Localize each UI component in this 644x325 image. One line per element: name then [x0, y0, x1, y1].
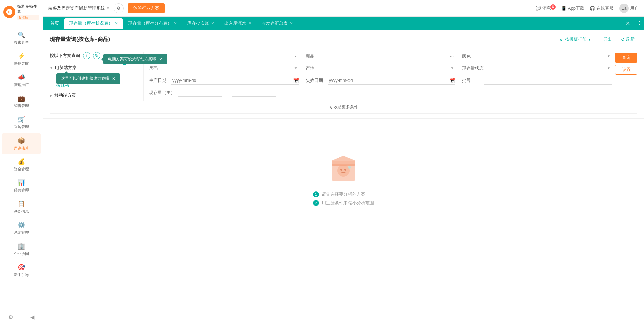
dropdown-arrow-icon: ▼	[106, 6, 110, 10]
scheme-group-desktop-label: 电脑端方案	[55, 65, 77, 71]
tab-summary[interactable]: 收发存汇总表 ✕	[257, 18, 298, 29]
stock-status-label: 现存量状态	[462, 65, 484, 71]
tab-home[interactable]: 首页	[46, 18, 64, 29]
search-buttons: 查询 设置	[615, 52, 637, 75]
edit-popup-text: 这里可以创建和修改方案哦	[61, 76, 109, 82]
warehouse-input[interactable]	[171, 52, 292, 60]
size-select[interactable]	[171, 64, 299, 72]
app-download-action[interactable]: 📱 App下载	[561, 5, 584, 11]
sidebar-item-guide[interactable]: 🎯 新手引导	[2, 260, 41, 281]
sidebar-item-enterprise[interactable]: 🏢 企业协同	[2, 239, 41, 260]
operations-icon: 📊	[18, 179, 25, 186]
settings-bottom-btn[interactable]: ⚙	[6, 312, 15, 322]
message-action[interactable]: 💬 消息 6	[536, 5, 556, 11]
batch-input[interactable]	[484, 76, 612, 85]
tab-inventory-dist-close[interactable]: ✕	[174, 21, 177, 26]
group-arrow-icon: ▼	[50, 66, 53, 70]
tab-home-label: 首页	[50, 20, 59, 26]
empty-illustration	[323, 146, 364, 186]
color-field: 颜色 ▼	[462, 52, 612, 60]
online-service-action[interactable]: 🎧 在线客服	[590, 5, 614, 11]
system-title-dropdown[interactable]: 装备及固定资产辅助管理系统 ▼	[48, 5, 110, 11]
warehouse-select-container: ···	[171, 52, 299, 60]
expire-date-input[interactable]	[328, 76, 450, 84]
stock-main-to-input[interactable]	[232, 89, 277, 97]
filter-refresh-btn[interactable]: ↻	[93, 52, 100, 59]
produce-date-input[interactable]	[171, 76, 293, 84]
user-action[interactable]: Ea 用户	[619, 4, 639, 13]
base-icon: 📋	[18, 200, 25, 208]
tab-inout-close[interactable]: ✕	[248, 21, 252, 26]
sidebar-item-label-guide: 新手引导	[14, 272, 29, 277]
step-2-text: 用过滤条件来缩小分析范围	[322, 200, 374, 206]
message-badge: 6	[550, 4, 556, 10]
svg-marker-2	[332, 156, 355, 161]
stock-main-from-input[interactable]	[178, 89, 222, 97]
origin-label: 产地	[306, 65, 326, 71]
tab-fullscreen-btn[interactable]: ⛶	[633, 19, 641, 28]
size-field: 尺码 ▼	[149, 64, 299, 72]
sidebar-item-purchase[interactable]: 🛒 采购管理	[2, 112, 41, 133]
warehouse-more-btn[interactable]: ···	[292, 53, 299, 59]
sidebar-item-sales[interactable]: 💼 销售管理	[2, 91, 41, 112]
sidebar-item-base[interactable]: 📋 基础信息	[2, 197, 41, 217]
sidebar-item-inventory[interactable]: 📦 库存核算	[2, 133, 41, 154]
produce-date-calendar-icon[interactable]: 📅	[293, 78, 299, 83]
scheme-group-mobile-header[interactable]: ▶ 移动端方案	[50, 91, 139, 100]
empty-step-1: 1 请先选择要分析的方案	[313, 191, 374, 197]
sidebar-item-label-finance: 资金管理	[14, 167, 29, 172]
sidebar-item-label-search: 搜索菜单	[14, 40, 29, 45]
finance-icon: 💰	[18, 158, 25, 165]
search-btn[interactable]: 查询	[615, 53, 637, 63]
tab-summary-close[interactable]: ✕	[290, 21, 293, 26]
tab-close-all-btn[interactable]: ✕	[624, 19, 631, 28]
print-label: 按模板打印	[565, 36, 587, 42]
settings-gear-btn[interactable]: ⚙	[114, 3, 124, 13]
sidebar-item-search[interactable]: 🔍 搜索菜单	[2, 28, 41, 48]
expire-date-calendar-icon[interactable]: 📅	[449, 78, 455, 83]
color-select[interactable]	[484, 52, 612, 60]
tab-inventory-dist[interactable]: 现存量（库存分布表） ✕	[123, 18, 182, 29]
header-left: 装备及固定资产辅助管理系统 ▼ ⚙ 体验行业方案	[48, 3, 165, 13]
edit-popup: 这里可以创建和修改方案哦 ✕	[56, 73, 120, 84]
stock-status-select-container: ▼	[486, 64, 612, 72]
reset-btn[interactable]: 设置	[615, 65, 637, 75]
goods-select-container: ···	[328, 52, 455, 60]
produce-date-label: 生产日期	[149, 77, 169, 84]
tab-inventory-status-close[interactable]: ✕	[115, 21, 118, 26]
goods-input[interactable]	[328, 52, 449, 60]
edit-popup-close[interactable]: ✕	[112, 76, 115, 81]
tab-batch-close[interactable]: ✕	[211, 21, 214, 26]
refresh-btn[interactable]: ↺ 刷新	[618, 35, 637, 44]
logo-badge: 标准版	[17, 15, 39, 20]
origin-select[interactable]	[328, 64, 455, 72]
filter-section: 电脑方案可设为移动方案哦 ✕ 这里可以创建和修改方案哦 ✕ 按以下方案查询 +	[43, 47, 644, 119]
sidebar-item-system[interactable]: ⚙️ 系统管理	[2, 218, 41, 238]
expire-date-label: 失效日期	[306, 77, 326, 84]
collapse-section: ∧ 收起更多条件	[50, 101, 637, 114]
sidebar-item-label-nav: 快捷导航	[14, 61, 29, 66]
sidebar-item-marketing[interactable]: 📣 营销推广	[2, 70, 41, 91]
sidebar-item-label-marketing: 营销推广	[14, 82, 29, 87]
export-btn[interactable]: ↑ 导出	[597, 35, 615, 44]
sidebar-item-nav[interactable]: ⚡ 快捷导航	[2, 49, 41, 69]
sidebar-item-label-operations: 经营管理	[14, 188, 29, 193]
tab-inout[interactable]: 出入库流水 ✕	[220, 18, 256, 29]
collapse-btn[interactable]: ∧ 收起更多条件	[329, 104, 358, 110]
collapse-sidebar-btn[interactable]: ◀	[28, 312, 36, 322]
scheme-popup-close[interactable]: ✕	[159, 57, 162, 62]
goods-more-btn[interactable]: ···	[449, 53, 455, 59]
service-icon: 🎧	[590, 6, 595, 11]
stock-status-select[interactable]	[486, 64, 612, 72]
tab-inventory-status[interactable]: 现存量（库存状况表） ✕	[64, 18, 123, 29]
scheme-group-mobile: ▶ 移动端方案	[50, 91, 139, 100]
filter-add-btn[interactable]: +	[83, 52, 90, 59]
sidebar-item-finance[interactable]: 💰 资金管理	[2, 155, 41, 175]
sidebar-logo: 畅通-好好生意 标准版	[0, 0, 43, 24]
sidebar-item-operations[interactable]: 📊 经营管理	[2, 176, 41, 196]
guide-icon: 🎯	[18, 264, 25, 271]
industry-plan-btn[interactable]: 体验行业方案	[128, 3, 165, 13]
print-btn[interactable]: 🖨 按模板打印 ▼	[556, 35, 594, 44]
tab-inventory-status-label: 现存量（库存状况表）	[69, 20, 113, 26]
tab-batch[interactable]: 库存批次账 ✕	[182, 18, 219, 29]
